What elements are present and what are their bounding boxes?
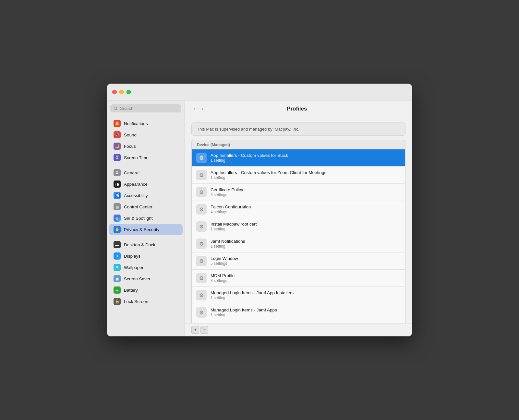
back-button[interactable]: ‹ xyxy=(191,105,197,113)
profile-sub: 5 settings xyxy=(211,261,238,266)
profile-item[interactable]: ⚙ Install Macpaw root cert 1 setting xyxy=(192,218,405,235)
maximize-button[interactable] xyxy=(127,90,131,94)
sidebar-item-focus[interactable]: 🌙 Focus xyxy=(109,141,183,152)
forward-button[interactable]: › xyxy=(199,105,205,113)
profile-sub: 3 settings xyxy=(211,192,243,197)
sidebar-item-appearance[interactable]: ◑ Appearance xyxy=(109,179,183,190)
sidebar-item-accessibility[interactable]: ♿ Accessibility xyxy=(109,190,183,201)
profile-text: Falcon Configuration 4 settings xyxy=(211,204,251,214)
search-input[interactable] xyxy=(120,106,178,111)
profile-item[interactable]: ⚙ Login Window 5 settings xyxy=(192,252,405,270)
profile-gear-icon: ⚙ xyxy=(196,239,207,249)
sidebar-label-desktop-dock: Desktop & Dock xyxy=(124,242,155,247)
wallpaper-icon: ❋ xyxy=(114,264,121,271)
profile-name: App Installers - Custom values for Slack xyxy=(211,153,288,158)
sidebar-item-control-center[interactable]: ▦ Control Center xyxy=(109,201,183,212)
sidebar: 🔔 Notifications 🔊 Sound 🌙 Focus ⏳ Screen… xyxy=(107,100,185,336)
profile-gear-icon: ⚙ xyxy=(196,187,207,197)
displays-icon: ✦ xyxy=(114,252,121,260)
sidebar-label-privacy-security: Privacy & Security xyxy=(124,227,160,232)
sidebar-label-notifications: Notifications xyxy=(124,121,148,126)
sidebar-item-wallpaper[interactable]: ❋ Wallpaper xyxy=(109,262,183,273)
profile-item[interactable]: ⚙ Managed Login Items - Jamf Apps 1 sett… xyxy=(192,304,405,321)
sidebar-item-privacy-security[interactable]: ✋ Privacy & Security xyxy=(109,224,183,235)
panel-title: Profiles xyxy=(208,106,386,112)
supervised-text: This Mac is supervised and managed by: M… xyxy=(197,127,299,132)
remove-profile-button[interactable]: − xyxy=(200,326,208,334)
screen-time-icon: ⏳ xyxy=(114,154,121,161)
profile-name: MDM Profile xyxy=(211,273,235,278)
profile-sub: 4 settings xyxy=(211,210,251,214)
traffic-lights xyxy=(112,90,131,94)
sidebar-item-screen-saver[interactable]: ▣ Screen Saver xyxy=(109,273,183,284)
panel-content: This Mac is supervised and managed by: M… xyxy=(185,117,412,323)
sidebar-label-focus: Focus xyxy=(124,144,136,149)
sidebar-item-general[interactable]: ⚙ General xyxy=(109,167,183,178)
sidebar-item-notifications[interactable]: 🔔 Notifications xyxy=(109,118,183,129)
profile-sub: 1 setting xyxy=(211,158,288,163)
profile-gear-icon: ⚙ xyxy=(196,256,207,266)
profile-gear-icon: ⚙ xyxy=(196,290,207,300)
search-bar[interactable] xyxy=(110,104,181,112)
svg-point-0 xyxy=(114,107,117,109)
desktop-dock-icon: ▬ xyxy=(114,241,121,248)
divider-2 xyxy=(112,237,180,237)
settings-window: 🔔 Notifications 🔊 Sound 🌙 Focus ⏳ Screen… xyxy=(107,84,412,336)
profile-gear-icon: ⚙ xyxy=(196,273,207,283)
profile-gear-icon: ⚙ xyxy=(196,170,207,180)
appearance-icon: ◑ xyxy=(114,181,121,188)
profile-sub: 1 setting xyxy=(211,227,257,231)
profile-item[interactable]: ⚙ Certificate Policy 3 settings xyxy=(192,184,405,201)
sidebar-item-battery[interactable]: ▰ Battery xyxy=(109,285,183,296)
profile-text: Login Window 5 settings xyxy=(211,256,238,266)
profile-item[interactable]: ⚙ Jamf Notifications 1 setting xyxy=(192,235,405,252)
sidebar-item-siri-spotlight[interactable]: ◎ Siri & Spotlight xyxy=(109,213,183,224)
divider-1 xyxy=(112,165,180,165)
main-panel: ‹ › Profiles This Mac is supervised and … xyxy=(185,100,412,336)
sidebar-label-wallpaper: Wallpaper xyxy=(124,265,143,270)
sidebar-label-sound: Sound xyxy=(124,133,137,137)
profile-name: Falcon Configuration xyxy=(211,204,251,209)
control-center-icon: ▦ xyxy=(114,203,121,210)
sidebar-item-sound[interactable]: 🔊 Sound xyxy=(109,129,183,140)
profile-item[interactable]: ⚙ App Installers - Custom values for Sla… xyxy=(192,149,405,167)
profiles-list: ⚙ App Installers - Custom values for Sla… xyxy=(191,149,405,323)
focus-icon: 🌙 xyxy=(114,143,121,150)
close-button[interactable] xyxy=(112,90,117,94)
profile-text: Managed Login Items - Jamf App Installer… xyxy=(211,290,294,300)
profile-text: MDM Profile 3 settings xyxy=(211,273,235,283)
profile-name: Login Window xyxy=(211,256,238,261)
profile-name: Managed Login Items - Jamf Apps xyxy=(211,308,277,312)
battery-icon: ▰ xyxy=(114,286,121,294)
privacy-security-icon: ✋ xyxy=(114,226,121,233)
sidebar-label-screen-saver: Screen Saver xyxy=(124,276,151,281)
sidebar-label-battery: Battery xyxy=(124,288,138,293)
sidebar-label-lock-screen: Lock Screen xyxy=(124,299,148,304)
profile-sub: 1 setting xyxy=(211,244,245,249)
profile-name: App Installers - Custom values for Zoom … xyxy=(211,170,326,175)
sidebar-item-desktop-dock[interactable]: ▬ Desktop & Dock xyxy=(109,239,183,250)
profile-item[interactable]: ⚙ MDM Profile 3 settings xyxy=(192,270,405,287)
minimize-button[interactable] xyxy=(119,90,124,94)
profile-text: Managed Login Items - Jamf Apps 1 settin… xyxy=(211,308,277,317)
sidebar-item-displays[interactable]: ✦ Displays xyxy=(109,251,183,262)
titlebar xyxy=(107,84,412,100)
profile-name: Install Macpaw root cert xyxy=(211,222,257,227)
content-area: 🔔 Notifications 🔊 Sound 🌙 Focus ⏳ Screen… xyxy=(107,100,412,336)
profile-text: Certificate Policy 3 settings xyxy=(211,187,243,197)
profile-sub: 1 setting xyxy=(211,175,326,180)
sidebar-label-appearance: Appearance xyxy=(124,182,148,187)
profile-name: Jamf Notifications xyxy=(211,239,245,244)
sidebar-item-screen-time[interactable]: ⏳ Screen Time xyxy=(109,152,183,163)
profile-item[interactable]: ⚙ Falcon Configuration 4 settings xyxy=(192,201,405,218)
bottom-bar: + − xyxy=(185,323,412,336)
add-profile-button[interactable]: + xyxy=(191,326,199,334)
sidebar-list: 🔔 Notifications 🔊 Sound 🌙 Focus ⏳ Screen… xyxy=(107,116,185,336)
sidebar-item-lock-screen[interactable]: 🔒 Lock Screen xyxy=(109,296,183,307)
profile-item[interactable]: ⚙ App Installers - Custom values for Zoo… xyxy=(192,167,405,184)
profile-sub: 1 setting xyxy=(211,296,294,300)
profile-gear-icon: ⚙ xyxy=(196,221,207,232)
sidebar-label-accessibility: Accessibility xyxy=(124,193,148,198)
profile-sub: 3 settings xyxy=(211,278,235,283)
profile-item[interactable]: ⚙ Managed Login Items - Jamf App Install… xyxy=(192,287,405,304)
